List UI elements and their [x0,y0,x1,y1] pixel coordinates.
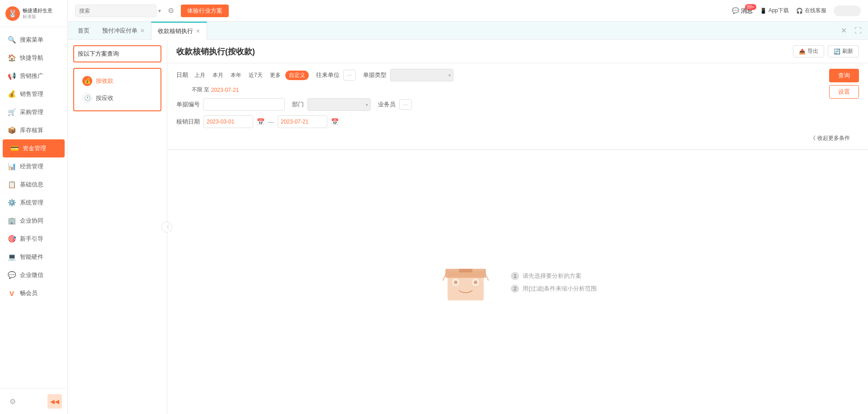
user-avatar[interactable] [834,5,861,16]
header-search-area: ▾ [75,5,161,17]
counterparty-group: 往来单位 ··· [316,70,356,81]
sidebar-item-quick-nav[interactable]: 🏠 快捷导航 [0,49,67,67]
filter-option-by-receivable[interactable]: 🕐 按应收 [78,90,157,107]
sidebar-item-inventory[interactable]: 📦 库存核算 [0,121,67,139]
writeoff-date-to-input[interactable] [278,115,327,128]
form-settings-button[interactable]: 设置 [829,85,859,99]
writeoff-date-group: 核销日期 📅 — 📅 [176,115,339,128]
sidebar-item-enterprise[interactable]: 🏢 企业协同 [0,212,67,230]
date-no-limit-label: 不限 至 [192,86,209,94]
logo-text: 畅捷通好生意 标准版 [23,7,52,19]
date-this-month[interactable]: 本月 [210,71,226,80]
sidebar-label-quick-nav: 快捷导航 [20,54,43,62]
enterprise-icon: 🏢 [7,216,16,225]
tab-prepay[interactable]: 预付冲应付单 ✕ [96,22,151,40]
collapse-more-button[interactable]: 《 收起更多条件 [176,133,859,146]
sidebar-label-hardware: 智能硬件 [20,253,43,261]
header-chevron-icon[interactable]: ▾ [158,8,161,14]
svg-point-6 [474,281,477,284]
sidebar-item-marketing[interactable]: 📢 营销推广 [0,67,67,85]
service-button[interactable]: 🎧 在线客服 [796,7,826,14]
logo-icon: 🐰 [5,6,20,21]
header-right: 💬 消息 99+ 📱 App下载 🎧 在线客服 [732,5,861,16]
writeoff-date-to-calendar-icon[interactable]: 📅 [331,118,339,125]
doc-type-select-wrapper: ▾ [390,69,453,81]
sidebar-item-finance[interactable]: 💳 资金管理 [3,139,65,157]
main-area: ▾ ⚙ 体验行业方案 💬 消息 99+ 📱 App下载 🎧 在线客服 首页 [68,0,868,414]
date-7-days[interactable]: 近7天 [246,71,265,80]
staff-input[interactable]: ··· [399,99,412,110]
top-header: ▾ ⚙ 体验行业方案 💬 消息 99+ 📱 App下载 🎧 在线客服 [68,0,868,22]
filter-panel-title: 按以下方案查询 [73,45,161,62]
doc-type-select[interactable] [390,69,453,81]
page-title: 收款核销执行(按收款) [176,46,255,57]
sidebar-label-search-menu: 搜索菜单 [20,36,43,44]
filter-option-by-receipt[interactable]: 💰 按收款 [78,72,157,90]
inventory-icon: 📦 [7,126,16,135]
counterparty-input[interactable]: ··· [343,70,356,81]
doc-type-group: 单据类型 ▾ [363,69,453,81]
search-form: 日期 上月 本月 本年 近7天 更多 自定义 [167,63,868,149]
app-download-button[interactable]: 📱 App下载 [760,7,789,14]
tab-receipt-writeoff[interactable]: 收款核销执行 ✕ [151,22,207,40]
sidebar-item-system[interactable]: ⚙️ 系统管理 [0,194,67,212]
tab-bar-actions: ✕ ⛶ [837,24,864,37]
sidebar-item-purchase[interactable]: 🛒 采购管理 [0,103,67,121]
sidebar-item-member[interactable]: V 畅会员 [0,284,67,302]
filter-panel-collapse-button[interactable]: 《 [161,222,172,233]
dept-label: 部门 [292,100,304,109]
sidebar-item-guide[interactable]: 🎯 新手引导 [0,230,67,248]
sidebar-item-wechat[interactable]: 💬 企业微信 [0,266,67,284]
writeoff-date-from-input[interactable] [203,115,253,128]
sidebar-settings-button[interactable]: ⚙ [5,394,20,409]
header-search-input[interactable] [75,5,156,17]
writeoff-date-from-calendar-icon[interactable]: 📅 [257,118,264,125]
tab-receipt-writeoff-close-icon[interactable]: ✕ [196,28,200,34]
sidebar-label-finance: 资金管理 [23,144,46,152]
refresh-button[interactable]: 🔄 刷新 [828,45,859,57]
tab-prepay-close-icon[interactable]: ✕ [140,28,145,34]
empty-tip-1: 1 请先选择要分析的方案 [511,272,596,280]
sidebar-label-inventory: 库存核算 [20,126,43,134]
by-receipt-icon: 💰 [82,76,92,86]
sidebar-item-search-menu[interactable]: 🔍 搜索菜单 [0,31,67,49]
search-menu-icon: 🔍 [7,35,16,44]
main-content: 收款核销执行(按收款) 📤 导出 🔄 刷新 [167,40,868,414]
dept-select[interactable] [307,98,371,111]
sidebar-item-basic-info[interactable]: 📋 基础信息 [0,176,67,194]
by-receipt-label: 按收款 [96,77,113,85]
tab-maximize-icon[interactable]: ⛶ [852,24,864,37]
content-area: 按以下方案查询 💰 按收款 🕐 按应收 《 收款核销执行(按收款) [68,40,868,414]
collapse-more-icon: 《 [810,134,816,142]
date-this-year[interactable]: 本年 [228,71,244,80]
doc-no-input[interactable] [203,98,285,111]
form-row-3: 核销日期 📅 — 📅 [176,115,829,128]
tip-num-2: 2 [511,285,519,293]
sidebar-label-enterprise: 企业协同 [20,217,43,225]
date-custom[interactable]: 自定义 [285,71,309,80]
sidebar-collapse-button[interactable]: ◀◀ [47,394,62,409]
industry-btn[interactable]: 体验行业方案 [181,5,229,17]
tab-close-all-icon[interactable]: ✕ [837,24,850,37]
system-icon: ⚙️ [7,198,16,207]
sidebar-item-hardware[interactable]: 💻 智能硬件 [0,248,67,266]
sidebar-item-sales[interactable]: 💰 销售管理 [0,85,67,103]
header-gear-icon[interactable]: ⚙ [165,5,177,17]
tab-home[interactable]: 首页 [71,22,96,40]
date-more[interactable]: 更多 [267,71,283,80]
tip-num-1: 1 [511,272,519,280]
sidebar-item-operations[interactable]: 📊 经营管理 [0,157,67,176]
finance-icon: 💳 [10,144,19,153]
sidebar-label-member: 畅会员 [20,289,38,297]
tab-prepay-label: 预付冲应付单 [102,27,137,35]
date-last-month[interactable]: 上月 [192,71,208,80]
empty-tips: 1 请先选择要分析的方案 2 用[过滤]条件来缩小分析范围 [511,272,596,293]
message-badge: 99+ [745,4,756,10]
message-button[interactable]: 💬 消息 99+ [732,7,753,15]
query-button[interactable]: 查询 [829,69,859,82]
marketing-icon: 📢 [7,71,16,81]
doc-no-group: 单据编号 [176,98,285,111]
service-label: 在线客服 [805,7,826,14]
export-button[interactable]: 📤 导出 [793,45,824,57]
hardware-icon: 💻 [7,252,16,262]
